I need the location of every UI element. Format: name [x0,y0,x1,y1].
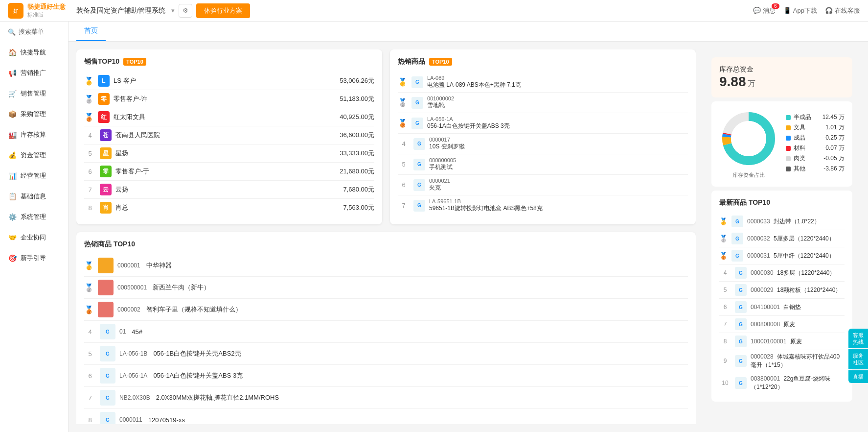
rank-number: 7 [398,202,410,209]
trial-plan-button[interactable]: 体验行业方案 [196,3,250,18]
online-service-button[interactable]: 🎧 在线客服 [825,6,860,15]
sidebar-item-system[interactable]: ⚙️ 系统管理 [0,207,68,227]
product-name: 新西兰牛肉（新牛） [153,283,210,292]
customer-name: 零售客户-于 [115,167,336,176]
hot-products-card: 热销商品 TOP10 🥇 0000001 中华神器 🥈 000500001 新西… [76,232,696,424]
medal-gold-icon: 🥇 [398,77,408,87]
medal-silver-icon: 🥈 [398,98,408,107]
inventory-label: 库存总资金 [719,65,754,74]
product-image [98,280,114,295]
hot-product-row: 7 G NB2.0X30B 2.0X30MM双搓花轴,搓花直径2.1MM/ROH… [84,387,688,409]
customer-avatar: 肖 [100,202,112,214]
customer-rank-row: 8 肖 肖总 7,563.00元 [84,199,374,216]
sidebar-label-basics: 基础信息 [21,192,46,201]
inventory-title: 库存总资金 [719,65,845,74]
legend-dot [786,146,791,151]
legend-name: 肉类 [794,154,821,163]
settings-gear-button[interactable]: ⚙ [179,4,192,18]
new-product-thumbnail: G [731,216,743,227]
product-code: 01 [119,328,126,335]
new-product-thumbnail: G [735,318,747,330]
new-product-info: 000800008 原麦 [751,320,845,329]
product-code: 0000017 [429,137,688,143]
top-right-actions: 💬 消息 6 📱 App下载 🎧 在线客服 [753,6,860,15]
system-name: 装备及固定资产辅助管理系统 [76,6,165,15]
new-product-info: 0000031 5厘中纤（1220*2440） [747,252,845,260]
new-product-row: 5 G 0000029 18颗粒板（1220*2440） [719,282,845,299]
tab-home[interactable]: 首页 [76,22,106,41]
rank-number: 8 [84,416,96,424]
direct-service-float-button[interactable]: 直播 [848,370,868,383]
rank-number: 6 [84,372,96,380]
service-community-float-button[interactable]: 服务社区 [848,349,868,369]
new-product-thumbnail: G [735,377,747,389]
sidebar-item-sales[interactable]: 🛒 销售管理 [0,83,68,104]
product-code: 000500001 [117,284,147,291]
sidebar-item-cooperation[interactable]: 🤝 企业协同 [0,227,68,248]
hot-product-right-row: 4 G 0000017 10S 变刹罗猴 [398,134,688,154]
new-product-code: 0000028 [751,353,774,360]
new-product-row: 4 G 0000030 18多层（1220*2440） [719,264,845,282]
customer-name: 红太阳文具 [114,113,336,121]
content-tabs: 首页 [69,22,868,42]
new-product-thumbnail: G [735,301,747,313]
customer-service-float-button[interactable]: 客服热线 [848,329,868,349]
customer-avatar: 星 [100,147,112,159]
hot-product-right-row: 🥈 G 001000002 雪地靴 [398,93,688,113]
product-code: 0000002 [117,306,140,313]
product-name: 中华神器 [146,261,172,270]
legend-value: 1.01 万 [825,123,845,132]
sidebar-item-basics[interactable]: 📋 基础信息 [0,186,68,207]
logo-icon: 好 [8,3,23,19]
hot-products-right-card: 热销商品 TOP10 🥇 G LA-089 电池盖 LA-089 ABS本色+黑… [390,49,696,224]
rank-number: 6 [84,168,96,175]
hot-product-row: 🥈 000500001 新西兰牛肉（新牛） [84,277,688,299]
hot-product-row: 🥉 0000002 智利车子里（规格不知道填什么） [84,299,688,321]
logo-area: 好 畅捷通好生意 标准版 [8,2,76,19]
search-menu-label: 搜索菜单 [19,27,44,36]
customer-name: 云扬 [115,185,339,194]
left-content: 销售TOP10 TOP10 🥇 L LS 客户 53,006.26元 🥈 零 零… [76,49,696,424]
app-download-button[interactable]: 📱 App下载 [783,6,817,15]
selector-dropdown-icon[interactable]: ▾ [171,7,175,14]
sidebar-item-inventory[interactable]: 🏭 库存核算 [0,124,68,145]
product-info: 000800005 手机测试 [429,157,688,171]
customer-rank-row: 7 云 云扬 7,680.00元 [84,181,374,199]
sidebar-item-guide[interactable]: 🎯 新手引导 [0,248,68,268]
legend-dot [786,136,791,141]
sidebar-item-quick-nav[interactable]: 🏠 快捷导航 [0,42,68,63]
customer-rank-row: 🥈 零 零售客户-许 51,183.00元 [84,90,374,108]
search-icon: 🔍 [8,28,16,36]
new-product-name: 原麦 [783,321,795,328]
product-thumbnail: G [413,200,425,212]
rank-number: 8 [84,204,96,212]
sidebar-item-operations[interactable]: 📊 经营管理 [0,166,68,186]
hot-product-row: 🥇 0000001 中华神器 [84,255,688,277]
product-name: 电池盖 LA-089 ABS本色+黑种 7.1克 [427,81,688,89]
hot-product-right-row: 7 G LA-59651-1B 59651-1B旋转投影灯电池盒 ABS黑色+5… [398,195,688,216]
legend-item: 肉类 -0.05 万 [786,154,845,163]
new-product-thumbnail: G [735,267,747,279]
new-product-info: 0000028 体城嘉核味苏打饮品400毫升（1*15） [751,353,845,369]
customer-amount: 21,680.00元 [340,167,374,176]
product-name: 夹克 [429,184,688,192]
sidebar-icon-finance: 💰 [8,151,17,160]
legend-value: -0.05 万 [823,154,845,163]
new-product-code: 000800008 [751,321,780,328]
donut-chart-area: 库存资金占比 [719,109,778,179]
message-button[interactable]: 💬 消息 6 [753,6,776,15]
medal-gold-icon: 🥇 [84,76,94,86]
sidebar-icon-guide: 🎯 [8,254,17,263]
sidebar: 🔍 搜索菜单 🏠 快捷导航 📢 营销推广 🛒 销售管理 📦 采购管理 🏭 库存核… [0,22,69,432]
message-badge: 6 [772,3,779,9]
hot-product-right-row: 5 G 000800005 手机测试 [398,154,688,175]
sidebar-item-marketing[interactable]: 📢 营销推广 [0,63,68,83]
sidebar-item-finance[interactable]: 💰 资金管理 [0,145,68,166]
product-name: 45# [132,328,142,336]
legend-value: -3.86 万 [823,165,845,173]
new-product-name: 封边带（1.0*22） [774,218,820,225]
new-products-label: 最新商品 TOP10 [719,198,770,207]
sidebar-item-purchase[interactable]: 📦 采购管理 [0,104,68,124]
search-menu-item[interactable]: 🔍 搜索菜单 [0,22,68,42]
customer-avatar: 苍 [100,129,112,141]
